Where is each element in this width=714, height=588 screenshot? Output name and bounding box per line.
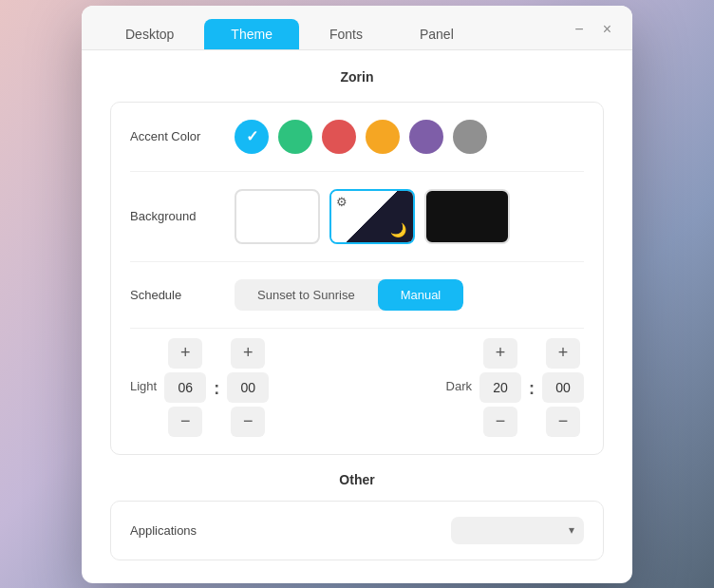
time-wrapper: Light + 06 − : + 00 − [130,338,584,437]
light-hour-plus[interactable]: + [168,338,202,369]
applications-row: Applications ▾ [110,501,604,560]
applications-dropdown[interactable] [451,517,584,544]
schedule-options: Sunset to Sunrise Manual [235,279,463,311]
dark-minute-value: 00 [542,372,584,403]
dark-hour-minus[interactable]: − [483,407,517,437]
color-options [235,120,487,154]
dark-label: Dark [446,379,472,393]
titlebar: Desktop Theme Fonts Panel − × [82,6,632,50]
color-red[interactable] [322,120,356,154]
light-time-group: Light + 06 − : + 00 − [130,338,269,437]
window-controls: − × [571,19,615,49]
other-section: Other Applications ▾ [110,472,604,560]
background-row: Background ⚙ 🌙 [130,172,584,262]
other-title: Other [110,472,604,487]
light-label: Light [130,379,157,393]
light-hour-field: + 06 − [164,338,206,437]
dark-hour-plus[interactable]: + [483,338,517,369]
schedule-label: Schedule [130,288,235,302]
dark-minute-minus[interactable]: − [546,407,580,437]
tab-panel[interactable]: Panel [393,19,480,49]
light-minute-plus[interactable]: + [231,338,265,369]
applications-dropdown-wrap: ▾ [451,517,584,544]
theme-settings-panel: Accent Color Background ⚙ [110,102,604,455]
dark-minute-field: + 00 − [542,338,584,437]
theme-title: Zorin [110,69,604,85]
close-button[interactable]: × [599,19,615,40]
settings-window: Desktop Theme Fonts Panel − × Zorin Acce… [82,6,632,583]
background-label: Background [130,209,235,223]
color-blue[interactable] [235,120,269,154]
light-hour-value: 06 [164,372,206,403]
schedule-manual-btn[interactable]: Manual [378,279,464,311]
moon-icon: 🌙 [390,222,406,237]
accent-color-label: Accent Color [130,129,235,143]
color-green[interactable] [278,120,312,154]
tab-theme[interactable]: Theme [204,19,299,49]
light-minute-minus[interactable]: − [231,407,265,437]
schedule-sunset-btn[interactable]: Sunset to Sunrise [235,279,378,311]
time-row: Light + 06 − : + 00 − [130,329,584,454]
light-time-separator: : [214,379,219,399]
bg-dark-swatch[interactable] [424,189,510,244]
minimize-button[interactable]: − [571,19,587,40]
gear-icon: ⚙ [336,195,348,209]
dark-hour-value: 20 [479,372,521,403]
color-orange[interactable] [366,120,400,154]
background-options: ⚙ 🌙 [235,189,510,244]
color-purple[interactable] [409,120,443,154]
light-hour-minus[interactable]: − [168,407,202,437]
schedule-row: Schedule Sunset to Sunrise Manual [130,262,584,329]
tab-desktop[interactable]: Desktop [99,19,200,49]
dark-time-group: Dark + 20 − : + 00 − [446,338,584,437]
bg-auto-swatch[interactable]: ⚙ 🌙 [329,189,415,244]
content-area: Zorin Accent Color Background [82,50,632,583]
dark-time-separator: : [529,379,535,399]
applications-label: Applications [130,523,197,538]
tabs: Desktop Theme Fonts Panel [99,19,571,49]
dark-hour-field: + 20 − [479,338,521,437]
tab-fonts[interactable]: Fonts [303,19,389,49]
color-gray[interactable] [453,120,487,154]
dark-minute-plus[interactable]: + [546,338,580,369]
bg-white-swatch[interactable] [235,189,320,244]
light-minute-value: 00 [227,372,269,403]
accent-color-row: Accent Color [130,103,584,172]
light-minute-field: + 00 − [227,338,269,437]
